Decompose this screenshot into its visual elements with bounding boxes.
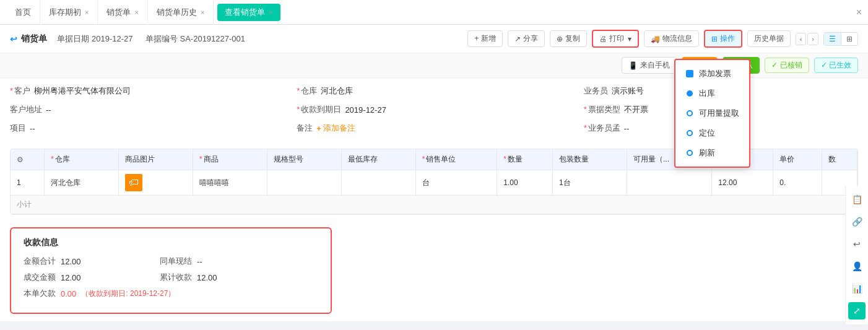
from-phone-button[interactable]: 📱 来自手机 <box>622 57 677 74</box>
total-amount-label: 金额合计 <box>24 256 56 267</box>
row-unit-price[interactable]: 0. <box>773 170 822 196</box>
project-value[interactable]: -- <box>30 124 35 133</box>
tab-sales-history[interactable]: 销货单历史 × <box>148 0 214 25</box>
row-product-img: 🏷 <box>119 170 193 196</box>
dropdown-item-outbound[interactable]: 出库 <box>675 84 749 103</box>
tab-close-sales[interactable]: × <box>134 9 138 16</box>
deal-amount-value: 12.00 <box>61 273 81 282</box>
total-amount-item: 金额合计 12.00 <box>24 256 135 267</box>
customer-value[interactable]: 柳州粤港平安气体有限公司 <box>34 85 131 97</box>
operations-dropdown: 添加发票 出库 可用量提取 定位 刷新 <box>674 59 750 168</box>
ticket-type-label: 票据类型 <box>584 104 620 115</box>
effective-status-button[interactable]: ✓ 已生效 <box>814 58 858 73</box>
col-warehouse: 仓库 <box>45 149 119 170</box>
subtotal-label: 小计 <box>11 196 857 214</box>
customer-label: 客户 <box>10 85 30 97</box>
settings-icon: ⚙ <box>17 155 24 164</box>
tab-sales-order[interactable]: 销货单 × <box>98 0 147 25</box>
row-pack-qty[interactable]: 1台 <box>553 170 627 196</box>
payment-row-2: 成交金额 12.00 累计收款 12.00 <box>24 272 318 283</box>
address-value[interactable]: -- <box>46 105 51 115</box>
sales-staff-value[interactable]: -- <box>624 124 630 133</box>
sidebar-icon-6[interactable]: ⤢ <box>848 302 866 319</box>
print-button[interactable]: 🖨 打印 ▾ <box>592 30 639 48</box>
col-settings[interactable]: ⚙ <box>11 149 45 170</box>
row-product[interactable]: 嘻嘻嘻嘻 <box>193 170 267 196</box>
deal-amount-label: 成交金额 <box>24 272 56 283</box>
row-sales-unit[interactable]: 台 <box>415 170 497 196</box>
row-spec[interactable] <box>267 170 341 196</box>
dropdown-item-locate[interactable]: 定位 <box>675 123 749 143</box>
tab-bar: 首页 库存期初 × 销货单 × 销货单历史 × 查看销货单 × × <box>0 0 868 25</box>
col-spec: 规格型号 <box>267 149 341 170</box>
same-order-item: 同单现结 -- <box>160 256 271 267</box>
operations-button[interactable]: ⊞ 操作 <box>704 30 742 48</box>
new-button[interactable]: + 新增 <box>467 30 502 47</box>
logistics-button[interactable]: 🚚 物流信息 <box>644 30 699 47</box>
total-amount-value: 12.00 <box>61 257 81 266</box>
grid-view-button[interactable]: ⊞ <box>841 33 857 45</box>
print-dropdown-arrow[interactable]: ▾ <box>628 35 631 43</box>
warehouse-value[interactable]: 河北仓库 <box>321 85 353 97</box>
address-label: 客户地址 <box>10 104 42 115</box>
warehouse-field: 仓库 河北仓库 <box>297 85 571 97</box>
payment-row-1: 金额合计 12.00 同单现结 -- <box>24 256 318 267</box>
dropdown-item-invoice[interactable]: 添加发票 <box>675 64 749 84</box>
prev-button[interactable]: ‹ <box>796 33 807 45</box>
voided-status-button[interactable]: ✓ 已核销 <box>765 58 809 73</box>
row-available[interactable] <box>627 170 711 196</box>
check-circle-icon: ✓ <box>771 61 778 69</box>
remark-label: 备注 <box>297 123 313 134</box>
warehouse-label: 仓库 <box>297 85 317 97</box>
tab-close-check-sales[interactable]: × <box>269 9 272 16</box>
tick-icon: ✓ <box>821 61 827 69</box>
col-product-img: 商品图片 <box>119 149 193 170</box>
ticket-type-value[interactable]: 不开票 <box>624 104 648 115</box>
dropdown-item-refresh[interactable]: 刷新 <box>675 143 749 163</box>
window-close-button[interactable]: × <box>856 7 862 18</box>
next-button[interactable]: › <box>807 33 818 45</box>
sidebar-icon-2[interactable]: 🔗 <box>848 213 866 230</box>
tab-close-inventory[interactable]: × <box>85 9 89 16</box>
due-value: 0.00 <box>61 289 76 298</box>
sidebar-icon-3[interactable]: ↩ <box>848 235 866 253</box>
col-product: 商品 <box>193 149 267 170</box>
row-quantity[interactable]: 1.00 <box>497 170 553 196</box>
list-view-button[interactable]: ☰ <box>824 33 841 45</box>
sales-staff-label: 业务员孟 <box>584 123 620 134</box>
tab-check-sales[interactable]: 查看销货单 × <box>217 4 280 21</box>
tab-inventory-init[interactable]: 库存期初 × <box>40 0 98 25</box>
payment-date-label: 收款到期日 <box>297 104 341 115</box>
view-toggle: ☰ ⊞ <box>823 32 858 46</box>
remark-field: 备注 + 添加备注 <box>297 123 571 134</box>
row-seq: 1 <box>11 170 45 196</box>
product-image: 🏷 <box>125 174 142 191</box>
available-icon <box>685 109 694 118</box>
cumulative-label: 累计收款 <box>160 272 192 283</box>
payment-date-field: 收款到期日 2019-12-27 <box>297 104 571 115</box>
share-icon: ↗ <box>514 35 521 43</box>
sidebar-icon-4[interactable]: 👤 <box>848 258 866 275</box>
payment-date-value[interactable]: 2019-12-27 <box>345 105 386 115</box>
col-quantity: 数量 <box>497 149 553 170</box>
history-button[interactable]: 历史单据 <box>747 30 791 47</box>
sidebar-icon-1[interactable]: 📋 <box>848 191 866 208</box>
tab-home[interactable]: 首页 <box>6 0 40 25</box>
nav-arrows: ‹ › <box>796 33 818 45</box>
print-icon: 🖨 <box>599 35 607 43</box>
sidebar-icon-5[interactable]: 📊 <box>848 280 866 297</box>
row-min-stock[interactable] <box>341 170 415 196</box>
project-label: 项目 <box>10 123 26 134</box>
payment-card: 收款信息 金额合计 12.00 同单现结 -- 成交金额 12.00 累计收款 <box>10 227 332 314</box>
add-remark-button[interactable]: + 添加备注 <box>316 123 355 134</box>
staff-value: 演示账号 <box>612 85 644 97</box>
copy-button[interactable]: ⊕ 复制 <box>550 30 587 47</box>
row-warehouse[interactable]: 河北仓库 <box>45 170 119 196</box>
plus-icon: + <box>316 124 321 133</box>
invoice-icon <box>685 69 694 78</box>
due-label: 本单欠款 <box>24 288 56 299</box>
share-button[interactable]: ↗ 分享 <box>508 30 545 47</box>
customer-field: 客户 柳州粤港平安气体有限公司 <box>10 85 284 97</box>
dropdown-item-available[interactable]: 可用量提取 <box>675 103 749 123</box>
tab-close-history[interactable]: × <box>201 9 204 16</box>
